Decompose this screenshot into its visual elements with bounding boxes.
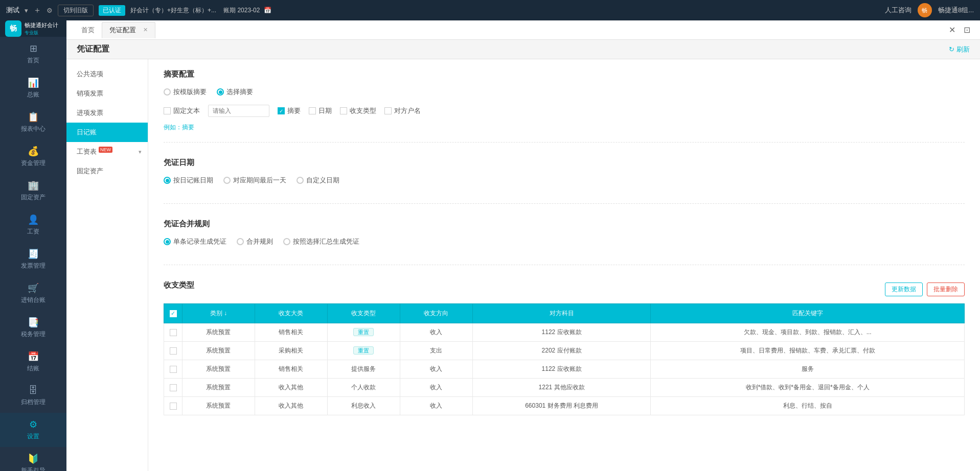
sidebar-item-archive[interactable]: 🗄归档管理 <box>0 379 66 413</box>
radio-single-record[interactable]: 单条记录生成凭证 <box>164 237 226 246</box>
example-text: 例如：摘要 <box>164 123 965 132</box>
checkbox-box <box>384 107 392 114</box>
radio-journal-date[interactable]: 按日记账日期 <box>164 176 213 185</box>
new-badge: NEW <box>99 147 112 153</box>
sidebar-item-label: 资金管理 <box>21 159 45 168</box>
income-expense-title: 收支类型 <box>164 280 194 290</box>
radio-circle <box>164 88 171 96</box>
checkbox-fixed-text[interactable]: 固定文本 <box>164 106 200 115</box>
funds-icon: 💰 <box>28 146 39 157</box>
income-expense-table: ✓ 类别 ↓ 收支大类 收支类型 收支方向 对方科目 匹配关键字 <box>164 303 965 415</box>
radio-summary-voucher[interactable]: 按照选择汇总生成凭证 <box>283 237 359 246</box>
content-area: 首页 凭证配置 ✕ ✕ ⊡ 凭证配置 ↻ 刷新 公共选项 销项发票 <box>66 20 980 471</box>
sidebar-item-label: 发票管理 <box>21 262 45 270</box>
sidebar-item-label: 报表中心 <box>21 125 45 133</box>
calendar-icon[interactable]: 📅 <box>264 7 271 14</box>
radio-period-last[interactable]: 对应期间最后一天 <box>223 176 286 185</box>
td-big-type: 采购相关 <box>255 342 327 360</box>
sidebar-item-guide[interactable]: 🔰新手引导 <box>0 447 66 471</box>
sidebar-item-payroll[interactable]: 👤工资 <box>0 208 66 242</box>
page-header: 凭证配置 ↻ 刷新 <box>66 40 980 59</box>
top-bar-right: 人工咨询 畅 畅捷通8组... <box>885 3 974 17</box>
td-type: 提供服务 <box>327 360 400 379</box>
left-nav-item-payroll[interactable]: 工资表NEW ▾ <box>66 142 148 161</box>
section-voucher-date: 凭证日期 按日记账日期 对应期间最后一天 自定义日期 <box>164 158 965 204</box>
tab-bar: 首页 凭证配置 ✕ ✕ ⊡ <box>66 20 980 40</box>
ledger-icon: 📊 <box>28 77 39 88</box>
update-data-button[interactable]: 更新数据 <box>885 282 923 296</box>
voucher-date-radio-group: 按日记账日期 对应期间最后一天 自定义日期 <box>164 176 965 185</box>
logo-text: 畅捷通好会计专业版 <box>25 21 58 36</box>
sidebar-item-close[interactable]: 📅结账 <box>0 345 66 379</box>
logo-icon: 畅 <box>5 20 21 37</box>
settings-icon: ⚙ <box>29 419 37 430</box>
left-nav-item-journal[interactable]: 日记账 <box>66 123 148 142</box>
td-checkbox[interactable] <box>164 360 183 379</box>
left-nav-item-purchase-invoice[interactable]: 进项发票 <box>66 103 148 123</box>
tab-voucher-config[interactable]: 凭证配置 ✕ <box>102 22 155 38</box>
add-icon[interactable]: ＋ <box>33 5 41 16</box>
left-nav-item-sales-invoice[interactable]: 销项发票 <box>66 84 148 103</box>
checkbox-counterparty[interactable]: 对方户名 <box>384 106 421 115</box>
switch-version-button[interactable]: 切到旧版 <box>58 5 94 16</box>
radio-custom-date[interactable]: 自定义日期 <box>297 176 339 185</box>
th-checkbox[interactable]: ✓ <box>164 304 183 323</box>
td-account: 1122 应收账款 <box>472 323 651 342</box>
merge-rules-radio-group: 单条记录生成凭证 合并规则 按照选择汇总生成凭证 <box>164 237 965 246</box>
reset-tag[interactable]: 重置 <box>353 346 374 355</box>
radio-select-summary[interactable]: 选择摘要 <box>217 87 253 97</box>
guide-icon: 🔰 <box>28 453 39 464</box>
consult-label[interactable]: 人工咨询 <box>885 6 911 15</box>
tab-close-icon[interactable]: ✕ <box>143 27 148 33</box>
td-checkbox[interactable] <box>164 379 183 397</box>
chevron-down-icon[interactable]: ▾ <box>25 7 28 14</box>
td-type: 重置 <box>327 323 400 342</box>
sidebar-item-label: 总账 <box>27 90 39 99</box>
sidebar-item-trade[interactable]: 🛒进销台账 <box>0 276 66 311</box>
sidebar-item-ledger[interactable]: 📊总账 <box>0 71 66 105</box>
user-name: 畅捷通8组... <box>938 6 974 15</box>
sidebar-item-assets[interactable]: 🏢固定资产 <box>0 174 66 208</box>
checkbox-income-type[interactable]: 收支类型 <box>340 106 376 115</box>
radio-circle <box>283 238 290 245</box>
sidebar-item-home[interactable]: ⊞首页 <box>0 37 66 71</box>
radio-merge-rule[interactable]: 合并规则 <box>237 237 273 246</box>
fixed-text-input[interactable] <box>208 105 269 117</box>
radio-circle <box>223 177 231 184</box>
gear-icon[interactable]: ⚙ <box>47 7 53 14</box>
sidebar-item-label: 工资 <box>27 227 39 236</box>
reset-tag[interactable]: 重置 <box>353 328 374 336</box>
sidebar-item-label: 结账 <box>27 364 39 373</box>
sidebar-item-settings[interactable]: ⚙设置 <box>0 413 66 447</box>
page-title: 凭证配置 <box>77 44 109 55</box>
batch-delete-button[interactable]: 批量删除 <box>927 282 965 296</box>
window-expand-button[interactable]: ⊡ <box>962 23 972 37</box>
tab-home[interactable]: 首页 <box>74 21 102 39</box>
certified-badge: 已认证 <box>99 5 125 16</box>
section-summary-config: 摘要配置 按模版摘要 选择摘要 <box>164 69 965 143</box>
td-checkbox[interactable] <box>164 323 183 342</box>
refresh-button[interactable]: ↻ 刷新 <box>949 45 970 54</box>
sidebar-item-funds[interactable]: 💰资金管理 <box>0 139 66 174</box>
td-category: 系统预置 <box>183 379 255 397</box>
home-icon: ⊞ <box>30 43 37 54</box>
td-direction: 收入 <box>400 360 472 379</box>
sidebar-item-invoice[interactable]: 🧾发票管理 <box>0 242 66 276</box>
checkbox-date[interactable]: 日期 <box>309 106 332 115</box>
td-checkbox[interactable] <box>164 397 183 415</box>
top-bar: 测试 ▾ ＋ ⚙ 切到旧版 已认证 好会计（专）+好生意（标）+... 账期 2… <box>0 0 980 20</box>
radio-template-summary[interactable]: 按模版摘要 <box>164 87 207 97</box>
left-nav: 公共选项 销项发票 进项发票 日记账 工资表NEW ▾ 固定资产 <box>66 59 148 471</box>
checkbox-summary[interactable]: ✓ 摘要 <box>278 106 301 115</box>
table-header-row: 更新数据 批量删除 <box>885 282 965 296</box>
left-nav-item-fixed-assets[interactable]: 固定资产 <box>66 161 148 181</box>
merge-rules-title: 凭证合并规则 <box>164 219 965 229</box>
td-account: 2202 应付账款 <box>472 342 651 360</box>
th-account: 对方科目 <box>472 304 651 323</box>
left-nav-item-public[interactable]: 公共选项 <box>66 64 148 84</box>
window-close-button[interactable]: ✕ <box>947 23 958 37</box>
sidebar-item-reports[interactable]: 📋报表中心 <box>0 105 66 139</box>
td-checkbox[interactable] <box>164 342 183 360</box>
table-row: 系统预置 销售相关 提供服务 收入 1122 应收账款 服务 <box>164 360 965 379</box>
sidebar-item-tax[interactable]: 📑税务管理 <box>0 311 66 345</box>
